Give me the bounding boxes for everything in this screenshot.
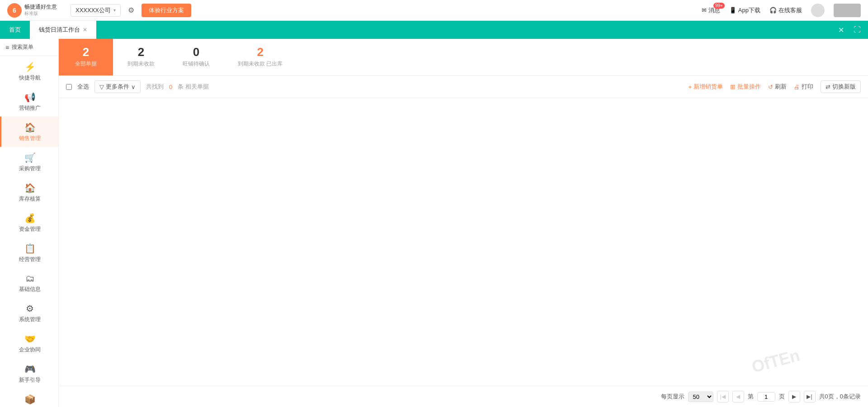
online-service-label: 在线客服: [778, 6, 802, 14]
tab-work-station-label: 钱货日清工作台: [39, 26, 80, 34]
sidebar-item-sales[interactable]: 🏠 销售管理: [0, 117, 58, 147]
user-avatar[interactable]: [811, 4, 825, 17]
sidebar-item-inventory[interactable]: 🏠 库存核算: [0, 177, 58, 207]
content-area: 2 全部单据 2 到期未收款 0 旺铺待确认 2 到期未收款 已出库 全选 ▽ …: [59, 39, 868, 407]
sidebar-item-sales-label: 销售管理: [19, 135, 41, 142]
page-size-label: 每页显示: [661, 393, 684, 401]
company-name: XXXXXX公司: [75, 6, 111, 14]
sales-icon: 🏠: [24, 122, 36, 133]
notification-icon: ✉: [702, 7, 707, 14]
new-btn-label: 新增销货单: [693, 83, 723, 91]
page-suffix: 页: [779, 393, 785, 401]
count-prefix: 共找到: [146, 83, 164, 91]
select-all-checkbox[interactable]: [66, 84, 72, 90]
app-download-label: App下载: [738, 6, 760, 14]
batch-operation-button[interactable]: ⊞ 批量操作: [730, 83, 761, 91]
sidebar-item-inventory-label: 库存核算: [19, 195, 41, 203]
print-label: 打印: [802, 83, 813, 91]
sidebar-item-guide-label: 新手引导: [19, 376, 41, 384]
refresh-icon: ↺: [768, 84, 773, 90]
next-page-button[interactable]: ▶: [788, 391, 800, 402]
sidebar-search[interactable]: ≡ 搜索菜单: [0, 39, 58, 56]
switch-label: 切换新版: [832, 83, 856, 91]
online-service-button[interactable]: 🎧 在线客服: [769, 6, 802, 14]
sidebar: ≡ 搜索菜单 ⚡ 快捷导航 📢 营销推广 🏠 销售管理 🛒 采购管理 🏠 库存核…: [0, 39, 59, 407]
sidebar-item-enterprise[interactable]: 🤝 企业协同: [0, 328, 58, 358]
sidebar-item-quick-nav-label: 快捷导航: [19, 74, 41, 82]
sidebar-search-label: 搜索菜单: [12, 43, 33, 51]
sidebar-item-basic-info[interactable]: 🗂 基础信息: [0, 268, 58, 298]
page-size-select[interactable]: 50 10 20 100: [688, 392, 713, 402]
tab-bar-actions: ✕ ⛶: [835, 23, 868, 36]
guide-icon: 🎮: [24, 364, 36, 374]
stat-overdue-shipped-label: 到期未收款 已出库: [238, 60, 283, 68]
new-sales-order-button[interactable]: + 新增销货单: [688, 83, 723, 91]
company-selector[interactable]: XXXXXX公司 ▾: [71, 4, 121, 17]
tab-home-label: 首页: [9, 26, 21, 34]
sidebar-item-purchase[interactable]: 🛒 采购管理: [0, 147, 58, 177]
refresh-button[interactable]: ↺ 刷新: [768, 83, 787, 91]
prev-page-button[interactable]: ◀: [732, 391, 744, 402]
sidebar-item-guide[interactable]: 🎮 新手引导: [0, 358, 58, 388]
total-info: 共0页，0条记录: [819, 393, 861, 401]
filter-icon: ▽: [99, 84, 104, 90]
sidebar-item-finance[interactable]: 💰 资金管理: [0, 207, 58, 238]
page-number-input[interactable]: [757, 392, 775, 402]
pagination-bar: 每页显示 50 10 20 100 |◀ ◀ 第 页 ▶ ▶| 共0页，0条记录: [59, 386, 868, 407]
first-page-button[interactable]: |◀: [717, 391, 729, 402]
stat-wangpu-number: 0: [193, 45, 199, 59]
sidebar-item-enterprise-label: 企业协同: [19, 346, 41, 354]
inventory-icon: 🏠: [24, 182, 36, 193]
count-value: 0: [169, 84, 172, 90]
print-icon: 🖨: [794, 84, 800, 90]
print-button[interactable]: 🖨 打印: [794, 83, 813, 91]
sidebar-item-finance-label: 资金管理: [19, 225, 41, 233]
tab-work-station[interactable]: 钱货日清工作台 ✕: [30, 21, 96, 39]
app-download-button[interactable]: 📱 App下载: [729, 6, 760, 14]
sidebar-item-purchase-label: 采购管理: [19, 165, 41, 173]
sidebar-item-operations-label: 经营管理: [19, 256, 41, 263]
trial-button[interactable]: 体验行业方案: [142, 4, 191, 17]
stat-all-orders-label: 全部单据: [75, 60, 97, 68]
tab-expand-button[interactable]: ⛶: [851, 23, 863, 36]
system-icon: ⚙: [26, 303, 34, 314]
app-header: 6 畅捷通好生意 标准版 XXXXXX公司 ▾ ⚙ 体验行业方案 ✉ 消息 99…: [0, 0, 868, 21]
finance-icon: 💰: [24, 213, 36, 224]
stat-overdue-number: 2: [138, 45, 144, 59]
sidebar-item-app-center[interactable]: 📦 应用中心: [0, 388, 58, 407]
batch-label: 批量操作: [737, 83, 761, 91]
tab-close-icon[interactable]: ✕: [83, 27, 87, 33]
sidebar-item-operations[interactable]: 📋 经营管理: [0, 238, 58, 268]
download-icon: 📱: [729, 7, 736, 14]
settings-button[interactable]: ⚙: [124, 4, 138, 17]
last-page-button[interactable]: ▶|: [804, 391, 816, 402]
notification-button[interactable]: ✉ 消息 99+: [702, 6, 720, 14]
filter-label: 更多条件: [106, 83, 129, 91]
filter-chevron-icon: ∨: [131, 84, 136, 90]
logo-sub: 标准版: [24, 10, 57, 17]
sidebar-item-system[interactable]: ⚙ 系统管理: [0, 298, 58, 328]
basic-info-icon: 🗂: [25, 273, 34, 284]
refresh-label: 刷新: [775, 83, 787, 91]
stat-overdue-uncollected[interactable]: 2 到期未收款: [114, 39, 168, 75]
sidebar-item-marketing[interactable]: 📢 营销推广: [0, 86, 58, 117]
switch-version-button[interactable]: ⇄ 切换新版: [821, 80, 861, 93]
new-icon: +: [688, 84, 692, 90]
service-icon: 🎧: [769, 7, 777, 14]
page-label: 第: [748, 393, 754, 401]
user-avatar-2[interactable]: [834, 4, 861, 17]
stat-overdue-shipped[interactable]: 2 到期未收款 已出库: [224, 39, 296, 75]
company-chevron-icon: ▾: [113, 8, 116, 13]
table-area: [59, 98, 868, 386]
tab-close-all-button[interactable]: ✕: [835, 23, 847, 36]
sidebar-item-quick-nav[interactable]: ⚡ 快捷导航: [0, 56, 58, 86]
tab-bar: 首页 钱货日清工作台 ✕ ✕ ⛶: [0, 21, 868, 39]
tab-home[interactable]: 首页: [0, 21, 30, 39]
enterprise-icon: 🤝: [24, 333, 36, 344]
filter-button[interactable]: ▽ 更多条件 ∨: [94, 80, 141, 93]
select-all-label: 全选: [77, 83, 89, 91]
quick-nav-icon: ⚡: [24, 61, 36, 72]
stat-wangpu-pending[interactable]: 0 旺铺待确认: [169, 39, 223, 75]
stat-all-orders[interactable]: 2 全部单据: [59, 39, 113, 75]
app-center-icon: 📦: [24, 394, 36, 405]
